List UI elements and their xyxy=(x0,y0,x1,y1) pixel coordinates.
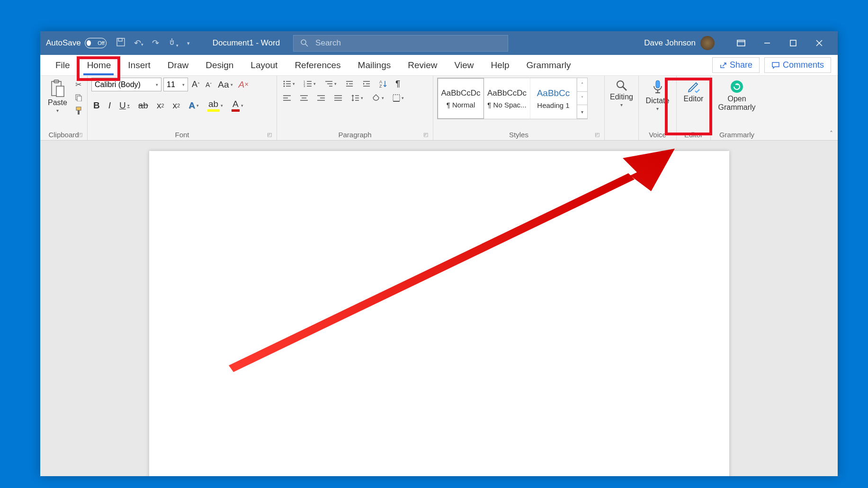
tab-design[interactable]: Design xyxy=(197,55,242,75)
align-right-button[interactable] xyxy=(315,94,327,102)
tab-grammarly[interactable]: Grammarly xyxy=(518,55,580,75)
shading-button[interactable]: ▾ xyxy=(370,93,386,103)
paste-icon xyxy=(50,80,65,98)
svg-line-3 xyxy=(305,44,308,46)
tab-review[interactable]: Review xyxy=(399,55,446,75)
bullets-button[interactable]: ▾ xyxy=(281,79,297,89)
superscript-button[interactable]: x2 xyxy=(171,99,182,112)
svg-rect-15 xyxy=(76,107,81,110)
editor-button[interactable]: Editor xyxy=(680,78,707,105)
tab-view[interactable]: View xyxy=(446,55,483,75)
group-voice: Dictate ▾ Voice xyxy=(639,76,677,140)
numbering-button[interactable]: 123▾ xyxy=(302,79,318,89)
svg-line-58 xyxy=(623,87,626,90)
sort-button[interactable]: AZ xyxy=(377,79,389,89)
align-left-button[interactable] xyxy=(281,94,293,102)
autosave-toggle[interactable]: AutoSave Off xyxy=(46,38,107,48)
multilevel-list-button[interactable]: ▾ xyxy=(322,79,339,89)
align-center-button[interactable] xyxy=(298,94,310,102)
toggle-switch[interactable]: Off xyxy=(85,38,107,48)
tab-mailings[interactable]: Mailings xyxy=(349,55,400,75)
dialog-launcher-icon[interactable]: ◰ xyxy=(595,132,600,138)
styles-gallery[interactable]: AaBbCcDc ¶ Normal AaBbCcDc ¶ No Spac... … xyxy=(437,78,588,119)
chevron-down-icon: ▾ xyxy=(56,108,59,113)
svg-rect-59 xyxy=(656,80,660,88)
dialog-launcher-icon[interactable]: ◰ xyxy=(267,132,272,138)
text-effects-button[interactable]: A▾ xyxy=(187,99,201,112)
cut-icon[interactable]: ✂ xyxy=(74,80,83,89)
format-painter-icon[interactable] xyxy=(74,106,83,115)
tab-file[interactable]: File xyxy=(47,55,79,75)
style-normal[interactable]: AaBbCcDc ¶ Normal xyxy=(438,78,484,119)
shrink-font-button[interactable]: A˅ xyxy=(204,80,214,89)
close-icon[interactable] xyxy=(806,31,832,55)
font-size-combo[interactable]: 11▾ xyxy=(163,78,188,91)
comments-button[interactable]: Comments xyxy=(764,57,831,73)
gallery-up-icon[interactable]: ˄ xyxy=(577,78,587,92)
tab-references[interactable]: References xyxy=(286,55,349,75)
paste-label: Paste xyxy=(48,98,67,107)
editing-button[interactable]: Editing ▾ xyxy=(606,78,637,109)
highlight-button[interactable]: ab▾ xyxy=(206,98,225,113)
redo-icon[interactable]: ↷ xyxy=(152,38,159,48)
avatar[interactable] xyxy=(700,36,715,50)
dictate-label: Dictate xyxy=(646,97,670,105)
style-no-spacing[interactable]: AaBbCcDc ¶ No Spac... xyxy=(484,78,530,119)
tab-home[interactable]: Home xyxy=(79,55,120,75)
style-preview: AaBbCcDc xyxy=(487,89,527,98)
share-button[interactable]: Share xyxy=(712,57,760,73)
line-spacing-button[interactable]: ▾ xyxy=(349,93,365,103)
decrease-indent-button[interactable] xyxy=(343,79,356,89)
dialog-launcher-icon[interactable]: ◰ xyxy=(423,132,428,138)
ribbon-display-icon[interactable] xyxy=(728,31,754,55)
font-size-value: 11 xyxy=(167,80,175,89)
font-name-combo[interactable]: Calibri (Body)▾ xyxy=(91,78,161,91)
qat-customize-icon[interactable]: ▾ xyxy=(187,40,190,46)
dialog-launcher-icon[interactable]: ◰ xyxy=(78,132,82,138)
save-icon[interactable] xyxy=(116,37,125,49)
style-name: ¶ Normal xyxy=(447,101,475,109)
search-box[interactable] xyxy=(293,35,508,52)
svg-point-60 xyxy=(731,80,743,93)
maximize-icon[interactable] xyxy=(780,31,806,55)
find-icon xyxy=(616,80,628,92)
bold-button[interactable]: B xyxy=(91,99,102,112)
paste-button[interactable]: Paste ▾ xyxy=(44,78,71,115)
style-heading1[interactable]: AaBbCc Heading 1 xyxy=(530,78,577,119)
page[interactable] xyxy=(149,151,729,476)
subscript-button[interactable]: x2 xyxy=(155,99,166,112)
italic-button[interactable]: I xyxy=(107,99,113,112)
clear-formatting-button[interactable]: A✕ xyxy=(237,79,251,91)
style-name: ¶ No Spac... xyxy=(487,101,526,109)
font-color-button[interactable]: A▾ xyxy=(230,98,245,113)
change-case-button[interactable]: Aa▾ xyxy=(216,79,234,91)
show-marks-button[interactable]: ¶ xyxy=(394,78,402,90)
undo-icon[interactable]: ↶▾ xyxy=(134,38,143,48)
svg-point-57 xyxy=(617,81,624,88)
svg-rect-14 xyxy=(77,96,81,101)
underline-button[interactable]: U▾ xyxy=(117,99,132,112)
username[interactable]: Dave Johnson xyxy=(644,38,696,48)
open-grammarly-button[interactable]: Open Grammarly xyxy=(714,78,759,114)
gallery-down-icon[interactable]: ˅ xyxy=(577,92,587,106)
tab-help[interactable]: Help xyxy=(482,55,518,75)
dictate-button[interactable]: Dictate ▾ xyxy=(642,78,673,113)
copy-icon[interactable] xyxy=(74,93,83,102)
collapse-ribbon-icon[interactable]: ˄ xyxy=(830,130,833,137)
borders-button[interactable]: ▾ xyxy=(391,93,406,103)
tab-layout[interactable]: Layout xyxy=(242,55,286,75)
increase-indent-button[interactable] xyxy=(360,79,373,89)
touch-mode-icon[interactable]: ▾ xyxy=(168,37,179,49)
titlebar: AutoSave Off ↶▾ ↷ ▾ ▾ Document1 - Word D… xyxy=(40,31,838,55)
gallery-scroll: ˄ ˅ ▾ xyxy=(577,78,587,119)
search-input[interactable] xyxy=(315,38,501,48)
font-name-value: Calibri (Body) xyxy=(95,80,141,89)
justify-button[interactable] xyxy=(332,94,344,102)
toggle-knob xyxy=(87,40,91,46)
strikethrough-button[interactable]: ab xyxy=(136,99,150,112)
tab-insert[interactable]: Insert xyxy=(119,55,159,75)
grow-font-button[interactable]: A˄ xyxy=(190,79,202,90)
tab-draw[interactable]: Draw xyxy=(159,55,197,75)
minimize-icon[interactable] xyxy=(754,31,780,55)
gallery-more-icon[interactable]: ▾ xyxy=(577,105,587,119)
